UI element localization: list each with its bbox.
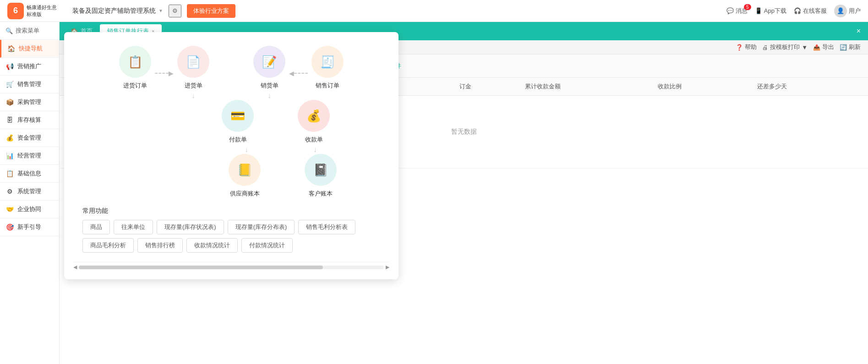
system-title: 装备及固定资产辅助管理系统 ▼ [72, 7, 163, 15]
message-icon: 💬 [726, 7, 734, 14]
sidebar-icon-operations: 📊 [5, 152, 14, 159]
sidebar-item-marketing[interactable]: 📢营销推广 [0, 58, 59, 76]
help-icon: ❓ [736, 44, 743, 51]
experience-button[interactable]: 体验行业方案 [187, 4, 235, 18]
v-arrow-payment: ↓ [230, 146, 262, 154]
flow-item-customer-ledger[interactable]: 📓 客户账本 [305, 154, 337, 198]
download-icon: 📱 [755, 7, 762, 14]
sidebar-icon-enterprise: 🤝 [5, 206, 14, 213]
flow-item-purchase-bill[interactable]: 📄 进货单 [177, 46, 209, 90]
scroll-right-arrow[interactable]: ▶ [386, 264, 389, 270]
sidebar-icon-finance: 💰 [5, 134, 14, 141]
func-btn-商品[interactable]: 商品 [82, 220, 110, 234]
sidebar-icon-system: ⚙ [5, 188, 14, 195]
flow-item-purchase-order[interactable]: 📋 进货订单 [119, 46, 151, 90]
sidebar-item-sales[interactable]: 🛒销售管理 [0, 76, 59, 93]
sidebar-item-quick_nav[interactable]: 🏠快捷导航 [0, 40, 59, 58]
service-icon: 🎧 [794, 7, 801, 14]
scroll-thumb[interactable] [79, 266, 323, 269]
sidebar-item-finance[interactable]: 💰资金管理 [0, 129, 59, 147]
func-btn-现存量(库存状况表)[interactable]: 现存量(库存状况表) [157, 220, 224, 234]
refresh-icon: 🔄 [840, 44, 847, 51]
message-badge: 5 [744, 4, 751, 10]
sidebar-item-purchase[interactable]: 📦采购管理 [0, 93, 59, 111]
sidebar-icon-purchase: 📦 [5, 98, 14, 106]
settings-button[interactable]: ⚙ [169, 5, 181, 17]
customer-ledger-icon: 📓 [313, 163, 328, 177]
sidebar-item-newbie[interactable]: 🎯新手引导 [0, 218, 59, 236]
purchase-bill-icon: 📄 [186, 55, 201, 69]
user-menu[interactable]: 👤 用户 [834, 5, 861, 17]
scroll-left-arrow[interactable]: ◀ [73, 264, 77, 270]
v-arrow-receipt: ↓ [299, 146, 331, 154]
func-btn-付款情况统计[interactable]: 付款情况统计 [241, 238, 293, 253]
sidebar-item-inventory[interactable]: 🗄库存核算 [0, 111, 59, 129]
search-menu-button[interactable]: 🔍 搜索菜单 [0, 22, 59, 40]
func-btn-现存量(库存分布表)[interactable]: 现存量(库存分布表) [228, 220, 295, 234]
flow-item-sales-order[interactable]: 🧾 销售订单 [311, 46, 344, 90]
help-button[interactable]: ❓ 帮助 [736, 43, 757, 51]
arrow-1: ▶ [155, 70, 174, 90]
sidebar-item-basic_info[interactable]: 📋基础信息 [0, 165, 59, 183]
online-service-button[interactable]: 🎧 在线客服 [794, 7, 827, 15]
sidebar-item-system[interactable]: ⚙系统管理 [0, 183, 59, 201]
v-arrow-sales: ↓ [253, 92, 285, 100]
flow-item-supplier-ledger[interactable]: 📒 供应商账本 [229, 154, 261, 198]
func-btn-商品毛利分析[interactable]: 商品毛利分析 [82, 238, 134, 253]
print-button[interactable]: 🖨 按模板打印 ▼ [762, 43, 808, 51]
arrow-2: ◀ [289, 70, 308, 90]
scroll-track[interactable] [79, 266, 384, 269]
search-icon: 🔍 [5, 27, 13, 34]
func-btn-销售排行榜[interactable]: 销售排行榜 [137, 238, 183, 253]
sales-order-icon: 🧾 [320, 55, 335, 69]
col-累计收款金额: 累计收款金额 [519, 78, 653, 96]
col-还差多少天: 还差多少天 [752, 78, 868, 96]
export-icon: 📤 [813, 44, 820, 51]
col-收款比例: 收款比例 [652, 78, 752, 96]
flow-item-receipt[interactable]: 💰 收款单 [298, 100, 330, 144]
modal-scrollbar[interactable]: ◀ ▶ [73, 262, 389, 270]
app-download-button[interactable]: 📱 App下载 [755, 7, 786, 15]
common-functions-title: 常用功能 [82, 207, 380, 215]
refresh-button[interactable]: 🔄 刷新 [840, 43, 861, 51]
sidebar-icon-basic_info: 📋 [5, 170, 14, 177]
flow-modal: 📋 进货订单 ▶ 📄 进货单 [64, 32, 399, 279]
sidebar-icon-newbie: 🎯 [5, 223, 14, 231]
func-btn-往来单位[interactable]: 往来单位 [114, 220, 153, 234]
common-functions-section: 常用功能 商品往来单位现存量(库存状况表)现存量(库存分布表)销售毛利分析表商品… [73, 201, 389, 258]
func-btn-销售毛利分析表[interactable]: 销售毛利分析表 [298, 220, 355, 234]
dropdown-arrow-icon[interactable]: ▼ [158, 8, 163, 13]
sidebar-icon-marketing: 📢 [5, 63, 14, 70]
supplier-ledger-icon: 📒 [237, 163, 252, 177]
receipt-icon: 💰 [306, 109, 321, 123]
v-arrow-purchase: ↓ [177, 92, 209, 100]
logo-icon: 6 [7, 3, 24, 19]
print-dropdown-icon: ▼ [802, 44, 808, 51]
logo-area: 6 畅康通好生意 标准版 [7, 3, 67, 19]
sales-bill-icon: 📝 [262, 55, 277, 69]
sidebar-icon-quick_nav: 🏠 [7, 45, 15, 52]
payment-icon: 💳 [230, 109, 245, 123]
sidebar-item-enterprise[interactable]: 🤝企业协同 [0, 201, 59, 218]
message-button[interactable]: 💬 消息 5 [726, 7, 748, 15]
export-button[interactable]: 📤 导出 [813, 43, 834, 51]
sidebar-icon-sales: 🛒 [5, 81, 14, 88]
logo-text: 畅康通好生意 标准版 [27, 4, 57, 17]
purchase-order-icon: 📋 [128, 55, 142, 69]
sidebar-icon-inventory: 🗄 [5, 116, 14, 124]
tab-bar-close-button[interactable]: × [853, 25, 864, 37]
func-btn-收款情况统计[interactable]: 收款情况统计 [186, 238, 238, 253]
func-buttons-container: 商品往来单位现存量(库存状况表)现存量(库存分布表)销售毛利分析表商品毛利分析销… [82, 220, 380, 253]
sidebar-item-operations[interactable]: 📊经营管理 [0, 147, 59, 165]
flow-item-payment[interactable]: 💳 付款单 [222, 100, 254, 144]
avatar: 👤 [834, 5, 847, 17]
col-订金: 订金 [454, 78, 519, 96]
flow-item-sales-bill[interactable]: 📝 销货单 [253, 46, 285, 90]
print-icon: 🖨 [762, 44, 768, 51]
